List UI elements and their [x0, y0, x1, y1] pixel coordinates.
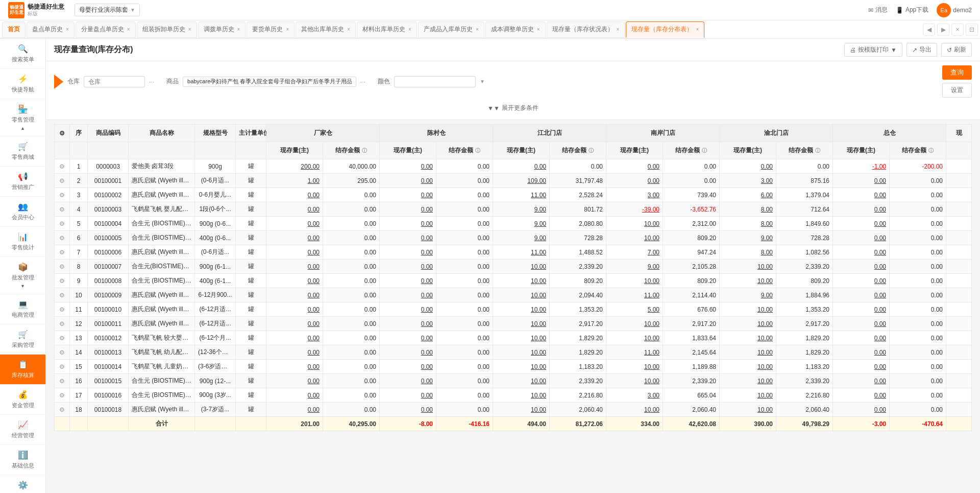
export-button[interactable]: ↗ 导出	[906, 43, 937, 57]
cell-nanan-stock[interactable]: 10.00	[606, 374, 663, 388]
cell-nanan-stock[interactable]: 11.00	[606, 345, 663, 360]
cell-yubei-stock[interactable]: 10.00	[720, 374, 776, 388]
cell-chencun-stock[interactable]: 0.00	[380, 403, 436, 417]
cell-factory-stock[interactable]: 0.00	[266, 360, 323, 374]
cell-gear[interactable]: ⚙	[55, 345, 70, 360]
cell-factory-stock[interactable]: 0.00	[266, 403, 323, 417]
cell-chencun-stock[interactable]: 0.00	[380, 374, 436, 388]
cell-jiangbei-stock[interactable]: 10.00	[493, 360, 550, 374]
tab-close-all-btn[interactable]: ×	[951, 24, 964, 36]
tab-stock-status[interactable]: 现存量（库存状况表） ×	[547, 21, 625, 38]
cell-yubei-stock[interactable]: 10.00	[720, 345, 776, 360]
cell-factory-stock[interactable]: 1.00	[266, 174, 323, 188]
cell-factory-stock[interactable]: 0.00	[266, 274, 323, 288]
row-gear-icon[interactable]: ⚙	[59, 177, 65, 184]
sidebar-item-base[interactable]: ℹ️ 基础信息	[0, 445, 45, 475]
nanan-amount-info[interactable]: ⓘ	[702, 148, 707, 153]
cell-jiangbei-stock[interactable]: 10.00	[493, 288, 550, 302]
cell-factory-stock[interactable]: 0.00	[266, 288, 323, 302]
sidebar-item-inventory[interactable]: 📋 库存核算	[0, 355, 45, 385]
tab-history-6[interactable]: 其他出库单历史 ×	[296, 21, 356, 38]
sidebar-item-search[interactable]: 🔍 搜索英单	[0, 39, 45, 69]
cell-gear[interactable]: ⚙	[55, 360, 70, 374]
cell-nanan-stock[interactable]: 10.00	[606, 231, 663, 245]
cell-chencun-stock[interactable]: 0.00	[380, 217, 436, 231]
cell-total-stock[interactable]: 0.00	[833, 345, 890, 360]
user-area[interactable]: Ea demo2	[937, 3, 972, 17]
sidebar-item-member[interactable]: 👥 会员中心	[0, 197, 45, 227]
cell-total-stock[interactable]: 0.00	[833, 388, 890, 403]
cell-total-stock[interactable]: 0.00	[833, 374, 890, 388]
row-gear-icon[interactable]: ⚙	[59, 378, 65, 385]
cell-nanan-stock[interactable]: 9.00	[606, 260, 663, 274]
row-gear-icon[interactable]: ⚙	[59, 263, 65, 270]
row-gear-icon[interactable]: ⚙	[59, 292, 65, 299]
tab-stock-status-close[interactable]: ×	[617, 27, 620, 32]
sidebar-item-marketing[interactable]: 📢 营销推广	[0, 167, 45, 197]
cell-factory-stock[interactable]: 0.00	[266, 317, 323, 331]
cell-chencun-stock[interactable]: 0.00	[380, 360, 436, 374]
app-download-btn[interactable]: 📱 App下载	[896, 6, 928, 14]
sidebar-item-wholesale[interactable]: 📦 批发管理 ▼	[0, 257, 45, 294]
cell-total-stock[interactable]: 0.00	[833, 188, 890, 202]
cell-factory-stock[interactable]: 0.00	[266, 245, 323, 260]
cell-total-stock[interactable]: 0.00	[833, 245, 890, 260]
sidebar-item-ecom[interactable]: 💻 电商管理	[0, 294, 45, 324]
cell-jiangbei-stock[interactable]: 11.00	[493, 188, 550, 202]
cell-gear[interactable]: ⚙	[55, 288, 70, 302]
print-button[interactable]: 🖨 按模版打印 ▼	[844, 43, 902, 57]
row-gear-icon[interactable]: ⚙	[59, 392, 65, 399]
row-gear-icon[interactable]: ⚙	[59, 220, 65, 227]
cell-yubei-stock[interactable]: 10.00	[720, 260, 776, 274]
row-gear-icon[interactable]: ⚙	[59, 277, 65, 285]
tab-history-8[interactable]: 产成品入库单历史 ×	[418, 21, 484, 38]
cell-yubei-stock[interactable]: 10.00	[720, 302, 776, 317]
cell-factory-stock[interactable]: 0.00	[266, 217, 323, 231]
tab-stock-dist-close[interactable]: ×	[696, 27, 699, 32]
expand-btn[interactable]: ▼▼ 展开更多条件	[481, 102, 545, 114]
cell-total-stock[interactable]: 0.00	[833, 217, 890, 231]
tab-history-7[interactable]: 材料出库单历史 ×	[357, 21, 417, 38]
cell-total-stock[interactable]: 0.00	[833, 174, 890, 188]
cell-gear[interactable]: ⚙	[55, 274, 70, 288]
cell-total-stock[interactable]: 0.00	[833, 360, 890, 374]
cell-nanan-stock[interactable]: 11.00	[606, 288, 663, 302]
cell-chencun-stock[interactable]: 0.00	[380, 388, 436, 403]
tab-history-6-close[interactable]: ×	[347, 27, 350, 32]
tab-history-9[interactable]: 成本调整单历史 ×	[485, 21, 546, 38]
cell-factory-stock[interactable]: 0.00	[266, 331, 323, 345]
row-gear-icon[interactable]: ⚙	[59, 206, 65, 213]
cell-gear[interactable]: ⚙	[55, 245, 70, 260]
cell-gear[interactable]: ⚙	[55, 388, 70, 403]
tab-home[interactable]: 首页	[2, 21, 26, 38]
tab-history-2-close[interactable]: ×	[127, 27, 130, 32]
cell-nanan-stock[interactable]: 10.00	[606, 317, 663, 331]
cell-nanan-stock[interactable]: 10.00	[606, 274, 663, 288]
tab-next-btn[interactable]: ▶	[937, 24, 949, 36]
cell-jiangbei-stock[interactable]: 9.00	[493, 202, 550, 217]
cell-gear[interactable]: ⚙	[55, 231, 70, 245]
cell-chencun-stock[interactable]: 0.00	[380, 260, 436, 274]
total-amount-info[interactable]: ⓘ	[928, 148, 934, 153]
cell-chencun-stock[interactable]: 0.00	[380, 317, 436, 331]
cell-factory-stock[interactable]: 0.00	[266, 345, 323, 360]
cell-gear[interactable]: ⚙	[55, 174, 70, 188]
sidebar-item-retail[interactable]: 🏪 零售管理 ▲	[0, 99, 45, 136]
cell-chencun-stock[interactable]: 0.00	[380, 302, 436, 317]
message-btn[interactable]: ✉ 消息	[868, 6, 888, 14]
cell-nanan-stock[interactable]: 10.00	[606, 217, 663, 231]
sidebar-item-nav[interactable]: ⚡ 快捷导航	[0, 69, 45, 99]
cell-factory-stock[interactable]: 0.00	[266, 188, 323, 202]
cell-yubei-stock[interactable]: 10.00	[720, 403, 776, 417]
yubei-amount-info[interactable]: ⓘ	[815, 148, 820, 153]
cell-yubei-stock[interactable]: 8.00	[720, 217, 776, 231]
cell-jiangbei-stock[interactable]: 10.00	[493, 374, 550, 388]
cell-chencun-stock[interactable]: 0.00	[380, 274, 436, 288]
cell-gear[interactable]: ⚙	[55, 331, 70, 345]
cell-chencun-stock[interactable]: 0.00	[380, 245, 436, 260]
chencun-amount-info[interactable]: ⓘ	[475, 148, 480, 153]
tab-history-2[interactable]: 分量盘点单历史 ×	[76, 21, 136, 38]
cell-yubei-stock[interactable]: 6.00	[720, 188, 776, 202]
cell-jiangbei-stock[interactable]: 10.00	[493, 260, 550, 274]
cell-jiangbei-stock[interactable]: 10.00	[493, 317, 550, 331]
